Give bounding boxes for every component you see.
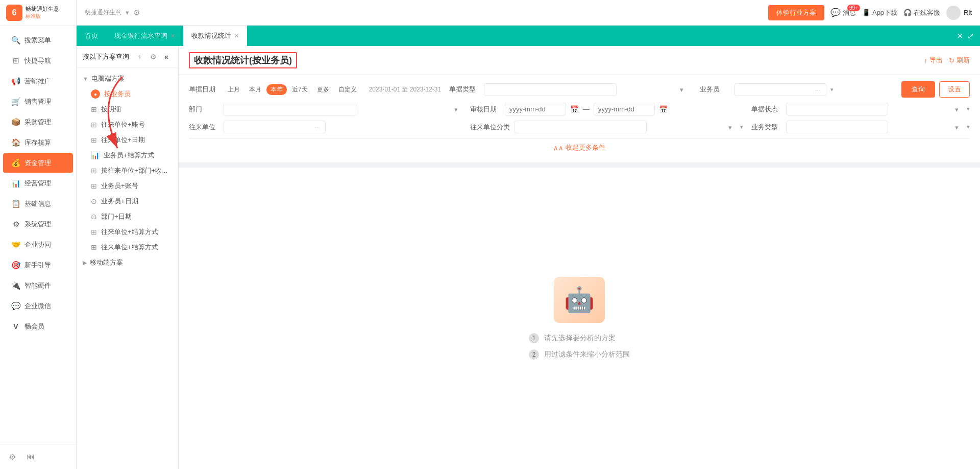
tab-bank-close[interactable]: ✕ — [170, 33, 175, 39]
tab-home[interactable]: 首页 — [77, 26, 106, 46]
scheme-item-by-detail[interactable]: ⊞ 按明细 — [77, 102, 178, 117]
collapse-sidebar-icon[interactable]: ⏮ — [23, 450, 38, 464]
step-num-1: 1 — [529, 333, 539, 343]
docstatus-chevron: ▾ — [967, 106, 970, 112]
date-filter-tabs: 上月 本月 本年 近7天 更多 自定义 — [224, 84, 361, 95]
table-icon-1: ⊞ — [91, 121, 97, 129]
logo-icon: 6 — [6, 5, 22, 21]
doctype-filter-label: 单据类型 — [449, 85, 480, 94]
export-btn[interactable]: ↑ 导出 — [924, 56, 943, 65]
close-window-btn[interactable]: ✕ — [957, 31, 963, 41]
main-area: 畅捷通好生意 ▾ ⚙ 体验行业方案 💬 消息 99+ 📱 App下载 🎧 在线客… — [77, 0, 980, 469]
scheme-item-unit-settle1[interactable]: ⊞ 往来单位+结算方式 — [77, 224, 178, 240]
header-breadcrumb: 畅捷通好生意 ▾ ⚙ — [85, 8, 762, 17]
step-num-2: 2 — [529, 349, 539, 360]
filter-date-item: 单据日期 上月 本月 本年 近7天 更多 自定义 2023-01-01 至 — [189, 84, 441, 95]
date-tab-more[interactable]: 更多 — [313, 84, 333, 95]
tab-collection[interactable]: 收款情况统计 ✕ — [183, 26, 247, 46]
page-content: 按以下方案查询 + ⚙ « ▼ 电脑端方案 ● 按业务员 — [77, 46, 980, 469]
scheme-list: ▼ 电脑端方案 ● 按业务员 ⊞ 按明细 ⊞ 往来单位+账号 — [77, 68, 178, 469]
date-tab-7days[interactable]: 近7天 — [288, 84, 312, 95]
table-icon-4: ⊞ — [91, 182, 97, 190]
docstatus-select[interactable] — [786, 103, 888, 115]
sidebar-item-marketing[interactable]: 📢 营销推广 — [3, 72, 73, 91]
inventory-icon: 🏠 — [11, 138, 20, 147]
scheme-item-unit-account[interactable]: ⊞ 往来单位+账号 — [77, 117, 178, 132]
salesperson-more-btn[interactable]: ··· — [815, 86, 821, 93]
doctype-select-wrapper — [484, 83, 687, 96]
scheme-collapse-btn[interactable]: « — [161, 51, 172, 62]
breadcrumb-dropdown-icon[interactable]: ▾ — [126, 9, 129, 16]
scheme-item-salesperson-account[interactable]: ⊞ 业务员+账号 — [77, 178, 178, 194]
sidebar-item-newbie[interactable]: 🎯 新手引导 — [3, 255, 73, 275]
hardware-icon: 🔌 — [11, 281, 20, 290]
refresh-btn[interactable]: ↻ 刷新 — [949, 56, 970, 65]
sidebar-item-purchase[interactable]: 📦 采购管理 — [3, 112, 73, 132]
sidebar-item-enterprise[interactable]: 🤝 企业协同 — [3, 235, 73, 254]
scheme-group-desktop-header[interactable]: ▼ 电脑端方案 — [77, 71, 178, 86]
review-date-start-input[interactable] — [505, 103, 566, 115]
sidebar-item-system[interactable]: ⚙ 系统管理 — [3, 215, 73, 234]
scheme-item-unit-date[interactable]: ⊞ 往来单位+日期 — [77, 132, 178, 148]
maximize-window-btn[interactable]: ⤢ — [967, 31, 974, 41]
sidebar-item-basic[interactable]: 📋 基础信息 — [3, 194, 73, 214]
date-tab-custom[interactable]: 自定义 — [334, 84, 361, 95]
biztype-select[interactable] — [786, 121, 888, 133]
chevron-right-icon: ▶ — [83, 260, 87, 266]
finance-icon: 💰 — [11, 158, 20, 168]
date-tab-this-year[interactable]: 本年 — [266, 84, 287, 95]
scheme-group-desktop-label: 电脑端方案 — [91, 74, 125, 83]
counterpart-more-btn[interactable]: ··· — [314, 123, 320, 131]
date-tab-this-month[interactable]: 本月 — [245, 84, 265, 95]
date-tab-last-month[interactable]: 上月 — [224, 84, 244, 95]
sidebar-item-finance[interactable]: 💰 资金管理 — [3, 153, 73, 173]
sidebar-item-operation[interactable]: 📊 经营管理 — [3, 174, 73, 193]
sidebar-item-member[interactable]: V 畅会员 — [3, 317, 73, 336]
tab-bank[interactable]: 现金银行流水查询 ✕ — [106, 26, 183, 46]
calendar-start-icon[interactable]: 📅 — [570, 105, 579, 113]
title-actions: ↑ 导出 ↻ 刷新 — [924, 56, 970, 65]
sidebar-item-hardware[interactable]: 🔌 智能硬件 — [3, 276, 73, 295]
scheme-item-salesperson-method[interactable]: 📊 业务员+结算方式 — [77, 148, 178, 163]
search-icon: 🔍 — [11, 36, 20, 45]
sidebar: 6 畅捷通好生意 标准版 🔍 搜索菜单 ⊞ 快捷导航 📢 营销推广 🛒 销售管理… — [0, 0, 77, 469]
basic-icon: 📋 — [11, 199, 20, 208]
trial-btn[interactable]: 体验行业方案 — [768, 5, 824, 20]
table-icon-3: ⊞ — [91, 167, 97, 175]
user-avatar-area[interactable]: Rit — [946, 6, 972, 20]
newbie-icon: 🎯 — [11, 261, 20, 270]
dept-select[interactable] — [224, 103, 356, 115]
query-btn[interactable]: 查询 — [901, 81, 935, 98]
sidebar-item-wechat[interactable]: 💬 企业微信 — [3, 296, 73, 316]
messages-btn[interactable]: 💬 消息 99+ — [830, 8, 856, 17]
scheme-settings-btn[interactable]: ⚙ — [148, 51, 159, 62]
counterpartcat-select[interactable] — [514, 121, 647, 133]
filter-reviewdate-item: 审核日期 📅 — 📅 — [470, 103, 743, 115]
sidebar-item-search[interactable]: 🔍 搜索菜单 — [3, 31, 73, 50]
scheme-group-mobile: ▶ 移动端方案 — [77, 255, 178, 270]
scheme-add-btn[interactable]: + — [134, 51, 145, 62]
collapse-more-btn[interactable]: ∧∧ 收起更多条件 — [189, 138, 970, 156]
scheme-item-salesperson-date[interactable]: ⊙ 业务员+日期 — [77, 194, 178, 209]
app-download-btn[interactable]: 📱 App下载 — [862, 8, 897, 17]
sidebar-item-sales[interactable]: 🛒 销售管理 — [3, 92, 73, 111]
setting-btn[interactable]: 设置 — [939, 81, 970, 98]
doctype-select[interactable] — [484, 83, 617, 96]
scheme-item-dept-date[interactable]: ⊙ 部门+日期 — [77, 209, 178, 224]
review-date-end-input[interactable] — [594, 103, 655, 115]
settings-icon[interactable]: ⚙ — [5, 450, 19, 464]
service-icon: 🎧 — [903, 9, 912, 16]
page-title-bar: 收款情况统计(按业务员) ↑ 导出 ↻ 刷新 — [179, 46, 980, 75]
sidebar-item-inventory[interactable]: 🏠 库存核算 — [3, 133, 73, 152]
scheme-item-by-salesperson[interactable]: ● 按业务员 — [77, 86, 178, 102]
scheme-group-mobile-header[interactable]: ▶ 移动端方案 — [77, 255, 178, 270]
scheme-item-unit-settle2[interactable]: ⊞ 往来单位+结算方式 — [77, 240, 178, 255]
online-service-btn[interactable]: 🎧 在线客服 — [903, 8, 940, 17]
scheme-item-unit-dept-coll[interactable]: ⊞ 按往来单位+部门+收... — [77, 163, 178, 178]
tab-collection-close[interactable]: ✕ — [234, 33, 239, 39]
header-settings-icon[interactable]: ⚙ — [133, 8, 140, 17]
calendar-end-icon[interactable]: 📅 — [659, 105, 668, 113]
filter-row-1: 单据日期 上月 本月 本年 近7天 更多 自定义 2023-01-01 至 — [189, 81, 970, 98]
sidebar-item-quicknav[interactable]: ⊞ 快捷导航 — [3, 51, 73, 71]
docstatus-select-wrapper — [786, 103, 963, 115]
